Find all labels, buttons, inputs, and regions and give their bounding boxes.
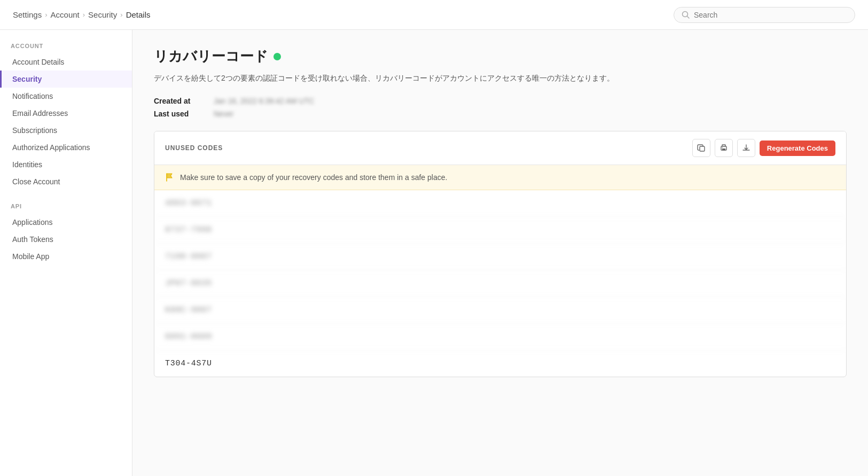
search-icon <box>682 11 690 19</box>
download-button[interactable] <box>737 139 755 157</box>
top-nav: Settings › Account › Security › Details <box>0 0 868 30</box>
flag-icon <box>165 173 175 182</box>
print-icon <box>720 144 728 152</box>
code-row-5: 6891-0609 <box>154 324 846 350</box>
page-description: デバイスを紛失して2つの要素の認証コードを受け取れない場合、リカバリーコードがア… <box>154 72 847 84</box>
sidebar: ACCOUNT Account Details Security Notific… <box>0 30 132 476</box>
breadcrumb-sep-1: › <box>45 11 47 19</box>
code-row-6: T304-4S7U <box>154 350 846 377</box>
created-at-row: Created at Jan 16, 2022 6:39:42 AM UTC <box>154 97 847 105</box>
page-title-row: リカバリーコード <box>154 47 847 66</box>
main-content: リカバリーコード デバイスを紛失して2つの要素の認証コードを受け取れない場合、リ… <box>132 30 868 476</box>
download-icon <box>742 144 750 152</box>
sidebar-api-group: API Applications Auth Tokens Mobile App <box>0 203 132 265</box>
copy-icon <box>697 144 706 152</box>
sidebar-item-authorized-applications[interactable]: Authorized Applications <box>0 139 132 156</box>
sidebar-item-applications[interactable]: Applications <box>0 214 132 231</box>
search-box[interactable] <box>674 7 855 23</box>
layout: ACCOUNT Account Details Security Notific… <box>0 30 868 476</box>
breadcrumb-settings[interactable]: Settings <box>13 10 42 19</box>
sidebar-item-close-account[interactable]: Close Account <box>0 173 132 190</box>
sidebar-item-email-addresses[interactable]: Email Addresses <box>0 105 132 122</box>
sidebar-item-security[interactable]: Security <box>0 71 132 88</box>
sidebar-account-group: ACCOUNT Account Details Security Notific… <box>0 43 132 190</box>
last-used-row: Last used Never <box>154 110 847 118</box>
last-used-value: Never <box>214 110 233 118</box>
warning-banner: Make sure to save a copy of your recover… <box>154 165 846 190</box>
page-title: リカバリーコード <box>154 47 268 66</box>
sidebar-item-mobile-app[interactable]: Mobile App <box>0 248 132 265</box>
status-dot <box>273 53 281 60</box>
svg-point-5 <box>722 147 723 148</box>
created-at-value: Jan 16, 2022 6:39:42 AM UTC <box>214 97 314 105</box>
warning-text: Make sure to save a copy of your recover… <box>180 173 447 182</box>
created-at-label: Created at <box>154 97 207 105</box>
codes-panel-title: UNUSED CODES <box>165 144 223 152</box>
sidebar-item-subscriptions[interactable]: Subscriptions <box>0 122 132 139</box>
code-row-1: 8737-7998 <box>154 217 846 244</box>
last-used-label: Last used <box>154 110 207 118</box>
copy-button[interactable] <box>692 139 710 157</box>
code-row-2: 7190-0887 <box>154 244 846 270</box>
breadcrumb-account[interactable]: Account <box>51 10 80 19</box>
breadcrumb-sep-2: › <box>83 11 85 19</box>
codes-panel-actions: Regenerate Codes <box>692 139 835 157</box>
code-row-3: JP07-8635 <box>154 270 846 297</box>
search-input[interactable] <box>694 11 847 19</box>
svg-rect-4 <box>722 149 725 151</box>
codes-panel-header: UNUSED CODES <box>154 131 846 165</box>
svg-line-1 <box>687 17 690 19</box>
code-row-4: K88C-9807 <box>154 297 846 324</box>
sidebar-item-identities[interactable]: Identities <box>0 156 132 173</box>
svg-rect-2 <box>700 146 705 151</box>
sidebar-api-label: API <box>0 203 132 214</box>
sidebar-account-label: ACCOUNT <box>0 43 132 53</box>
regenerate-button[interactable]: Regenerate Codes <box>760 141 835 156</box>
code-row-0: 4863-0671 <box>154 190 846 217</box>
breadcrumb-security[interactable]: Security <box>88 10 117 19</box>
sidebar-item-notifications[interactable]: Notifications <box>0 88 132 105</box>
print-button[interactable] <box>715 139 733 157</box>
codes-panel: UNUSED CODES <box>154 131 847 377</box>
sidebar-item-auth-tokens[interactable]: Auth Tokens <box>0 231 132 248</box>
sidebar-item-account-details[interactable]: Account Details <box>0 53 132 71</box>
breadcrumb-details: Details <box>126 10 151 19</box>
breadcrumb: Settings › Account › Security › Details <box>13 10 150 19</box>
breadcrumb-sep-3: › <box>120 11 122 19</box>
